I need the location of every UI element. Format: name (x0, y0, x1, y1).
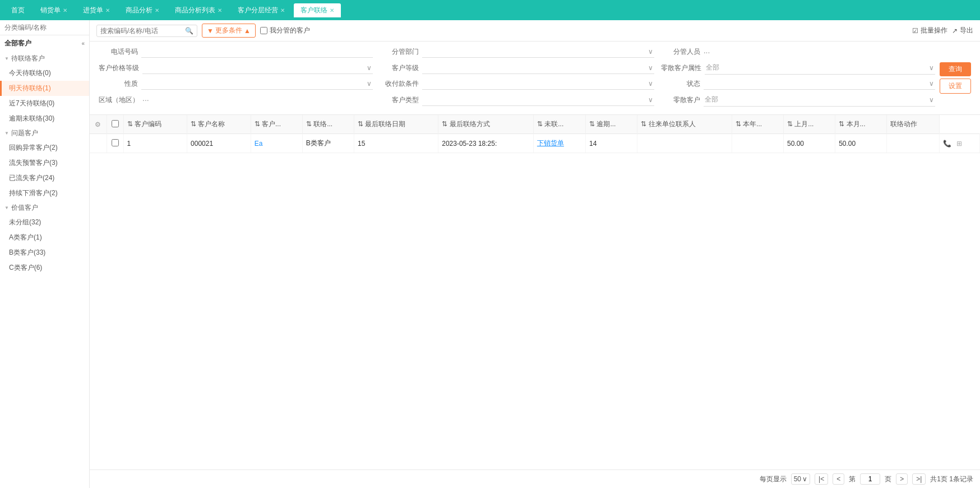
sort-icon[interactable]: ⇅ (358, 120, 363, 128)
table-header-checkbox[interactable] (107, 115, 123, 134)
pagination-bar: 每页显示 50 ∨ |< < 第 页 > >| 共1页 1条记录 (90, 469, 980, 488)
sidebar-group-value-customers[interactable]: 价值客户 (0, 201, 89, 215)
table-header-gear[interactable]: ⚙ (90, 115, 107, 134)
sidebar-item-class-c[interactable]: C类客户(6) (0, 260, 89, 275)
sort-icon[interactable]: ⇅ (191, 120, 196, 128)
close-icon[interactable]: ✕ (155, 7, 159, 13)
nav-product-analysis-list[interactable]: 商品分析列表 ✕ (168, 3, 229, 17)
close-icon[interactable]: ✕ (63, 7, 67, 13)
row-actions[interactable]: 📞 ⊞ (939, 134, 979, 153)
row-select-checkbox[interactable] (112, 139, 119, 146)
my-customers-checkbox[interactable]: 我分管的客户 (260, 26, 310, 35)
main-search-box[interactable]: 🔍 (96, 25, 197, 37)
chevron-left-icon: « (81, 40, 85, 47)
page-number-input[interactable] (860, 473, 880, 485)
search-icon[interactable]: 🔍 (185, 27, 193, 35)
sidebar-item-repurchase-abnormal[interactable]: 回购异常客户(2) (0, 140, 89, 155)
adv-select-status[interactable]: ∨ (704, 78, 935, 90)
action-phone-icon[interactable]: 📞 (943, 140, 951, 148)
sidebar-item-today-pending[interactable]: 今天待联络(0) (0, 66, 89, 81)
close-icon[interactable]: ✕ (330, 7, 334, 13)
sort-icon[interactable]: ⇅ (306, 120, 312, 128)
sidebar-item-churned[interactable]: 已流失客户(24) (0, 171, 89, 186)
sort-icon[interactable]: ⇅ (537, 120, 543, 128)
nav-purchase-order[interactable]: 进货单 ✕ (76, 3, 117, 17)
sidebar-search-input[interactable] (4, 24, 89, 31)
adv-select-dept[interactable]: ∨ (422, 46, 654, 58)
select-all-checkbox[interactable] (112, 120, 119, 127)
close-icon[interactable]: ✕ (280, 7, 285, 13)
first-page-button[interactable]: |< (815, 473, 828, 485)
group-label: 待联络客户 (11, 54, 45, 63)
customer-table: ⚙ ⇅ 客户编码 ⇅ 客户名称 ⇅ 客户... ⇅ 联络... ⇅ 最后联络日期… (90, 115, 980, 153)
adv-select-customer-level[interactable]: ∨ (422, 62, 654, 74)
sort-icon[interactable]: ⇅ (641, 120, 646, 128)
adv-dots-region[interactable]: ··· (142, 95, 149, 104)
filter-icon: ▼ (207, 27, 214, 35)
chevron-down-icon: ∨ (929, 80, 934, 88)
adv-dots-manager[interactable]: ··· (704, 48, 710, 57)
sidebar-item-declining[interactable]: 持续下滑客户(2) (0, 186, 89, 201)
sort-icon[interactable]: ⇅ (589, 120, 595, 128)
adv-field-retail: 零散客户 全部 ∨ (661, 93, 935, 107)
adv-select-payment[interactable]: ∨ (422, 78, 654, 90)
adv-label-region: 区域（地区） (99, 95, 139, 105)
sidebar-item-tomorrow-pending[interactable]: 明天待联络(1) (0, 81, 89, 96)
sidebar-item-churn-warning[interactable]: 流失预警客户(3) (0, 155, 89, 171)
row-this-year: 50.00 (784, 134, 835, 153)
sidebar-item-class-a[interactable]: A类客户(1) (0, 230, 89, 245)
row-checkbox[interactable] (107, 134, 123, 153)
sort-icon[interactable]: ⇅ (736, 120, 741, 128)
sort-icon[interactable]: ⇅ (787, 120, 793, 128)
sidebar-group-problem-customers[interactable]: 问题客户 (0, 126, 89, 140)
close-icon[interactable]: ✕ (105, 7, 110, 13)
sort-icon[interactable]: ⇅ (839, 120, 844, 128)
sidebar-item-class-b[interactable]: B类客户(33) (0, 245, 89, 260)
row-last-contact-method[interactable]: 下销货单 (533, 134, 585, 153)
page-label: 第 (849, 475, 856, 484)
sidebar-item-7days-pending[interactable]: 近7天待联络(0) (0, 96, 89, 111)
adv-select-price-level[interactable]: ∨ (142, 62, 373, 74)
more-conditions-button[interactable]: ▼ 更多条件 ▲ (202, 24, 256, 38)
close-icon[interactable]: ✕ (218, 7, 222, 13)
adv-label-customer-level: 客户等级 (380, 63, 419, 73)
my-customers-check[interactable] (260, 27, 267, 34)
advanced-filter-panel: 电话号码 分管部门 ∨ 分管人员 ··· (90, 42, 980, 115)
nav-product-analysis[interactable]: 商品分析 ✕ (119, 3, 166, 17)
sort-icon[interactable]: ⇅ (255, 120, 260, 128)
table-header-this-month: ⇅ 本月... (835, 115, 887, 134)
settings-button[interactable]: 设置 (940, 79, 971, 94)
main-search-input[interactable] (100, 27, 183, 35)
adv-select-retail[interactable]: 全部 ∨ (704, 93, 935, 107)
page-size-label: 每页显示 (760, 475, 787, 484)
sidebar-item-unclassified[interactable]: 未分组(32) (0, 215, 89, 230)
nav-customer-contact[interactable]: 客户联络 ✕ (294, 3, 341, 17)
page-size-selector[interactable]: 50 ∨ (791, 473, 810, 485)
prev-page-button[interactable]: < (833, 473, 844, 485)
sidebar-item-overdue-contact[interactable]: 逾期未联络(30) (0, 111, 89, 126)
query-button[interactable]: 查询 (940, 62, 971, 76)
row-code: 000021 (187, 134, 251, 153)
next-page-button[interactable]: > (896, 473, 908, 485)
adv-label-manager: 分管人员 (661, 47, 700, 57)
table-header-this-year: ⇅ 本年... (732, 115, 783, 134)
last-page-button[interactable]: >| (912, 473, 926, 485)
sort-icon[interactable]: ⇅ (442, 120, 447, 128)
action-qr-icon[interactable]: ⊞ (956, 140, 962, 148)
adv-select-retail-attr[interactable]: 全部 ∨ (705, 61, 935, 75)
row-gear (90, 134, 107, 153)
row-name[interactable]: Ea (251, 134, 302, 153)
all-customers-header[interactable]: 全部客户 « (0, 35, 89, 52)
adv-select-customer-type[interactable]: ∨ (422, 94, 654, 106)
nav-customer-stratification[interactable]: 客户分层经营 ✕ (231, 3, 292, 17)
export-button[interactable]: ↗ 导出 (952, 26, 973, 35)
sidebar-group-pending-contact[interactable]: 待联络客户 (0, 52, 89, 66)
batch-operations-button[interactable]: ☑ 批量操作 (912, 26, 947, 35)
adv-select-nature[interactable]: ∨ (141, 78, 373, 90)
row-last-contact-date: 2023-05-23 18:25: (438, 134, 534, 153)
adv-field-manager: 分管人员 ··· (661, 47, 935, 57)
nav-sales-order[interactable]: 销货单 ✕ (34, 3, 74, 17)
nav-home[interactable]: 首页 (4, 3, 31, 17)
sort-icon[interactable]: ⇅ (127, 120, 133, 128)
adv-input-phone[interactable] (141, 46, 373, 58)
